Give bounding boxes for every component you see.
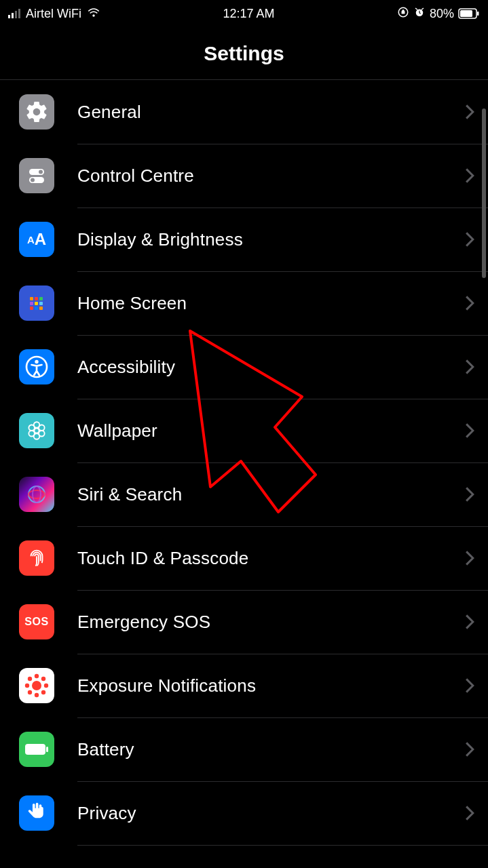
svg-point-27 [29,486,45,502]
chevron-right-icon [464,677,476,694]
row-label: Home Screen [77,293,464,314]
row-display-brightness[interactable]: AA Display & Brightness [0,208,488,271]
chevron-right-icon [464,614,476,630]
clock-label: 12:17 AM [223,7,274,21]
home-screen-icon [19,285,54,321]
svg-point-36 [41,677,45,681]
svg-rect-12 [30,302,33,305]
row-touch-id-passcode[interactable]: Touch ID & Passcode [0,526,488,590]
svg-point-38 [41,690,45,694]
gear-icon [19,94,54,130]
row-label: Display & Brightness [77,229,464,250]
orientation-lock-icon [397,6,409,22]
row-control-centre[interactable]: Control Centre [0,144,488,208]
svg-point-25 [29,431,34,437]
svg-rect-4 [477,12,479,16]
svg-rect-13 [35,302,38,305]
siri-icon [19,477,54,512]
chevron-right-icon [464,167,476,184]
row-label: Privacy [77,803,464,824]
svg-point-29 [33,486,41,502]
hand-icon [19,795,54,831]
svg-point-31 [35,674,39,678]
chevron-right-icon [464,486,476,502]
row-label: Battery [77,739,464,760]
row-privacy[interactable]: Privacy [0,781,488,845]
chevron-right-icon [464,104,476,120]
svg-point-37 [28,690,32,694]
svg-point-35 [28,677,32,681]
carrier-label: Airtel WiFi [26,7,81,21]
svg-rect-14 [39,302,43,305]
row-label: General [77,102,464,123]
flower-icon [19,413,54,448]
battery-icon [458,8,480,19]
svg-point-34 [44,684,48,688]
svg-point-19 [35,360,38,363]
svg-point-30 [32,681,41,690]
svg-point-28 [29,490,45,498]
svg-rect-15 [30,307,33,310]
row-battery[interactable]: Battery [0,717,488,781]
row-general[interactable]: General [0,80,488,144]
accessibility-icon [19,349,54,384]
row-label: Touch ID & Passcode [77,548,464,569]
svg-point-33 [25,684,29,688]
row-accessibility[interactable]: Accessibility [0,335,488,399]
row-siri-search[interactable]: Siri & Search [0,462,488,526]
bottom-bar [0,848,488,868]
svg-rect-3 [460,10,472,17]
svg-rect-17 [39,307,43,310]
chevron-right-icon [464,295,476,311]
svg-rect-9 [30,297,33,300]
cellular-signal-icon [8,9,20,18]
row-label: Accessibility [77,357,464,378]
battery-percent-label: 80% [430,7,454,21]
row-label: Siri & Search [77,484,464,505]
toggles-icon [19,158,54,193]
svg-rect-39 [25,744,45,755]
text-size-icon: AA [19,222,54,257]
row-label: Emergency SOS [77,612,464,633]
row-emergency-sos[interactable]: SOS Emergency SOS [0,590,488,654]
svg-point-8 [31,178,35,182]
svg-rect-40 [46,747,48,752]
svg-point-20 [34,428,39,433]
battery-full-icon [19,732,54,767]
row-home-screen[interactable]: Home Screen [0,271,488,335]
chevron-right-icon [464,741,476,757]
svg-rect-16 [35,307,38,310]
svg-point-6 [39,170,43,174]
wifi-icon [87,5,100,22]
chevron-right-icon [464,550,476,566]
navigation-header: Settings [0,27,488,80]
svg-point-24 [39,425,45,431]
status-bar: Airtel WiFi 12:17 AM 80% [0,0,488,27]
exposure-icon [19,668,54,703]
svg-point-26 [39,431,45,437]
scrollbar[interactable] [482,108,486,278]
chevron-right-icon [464,422,476,439]
row-label: Exposure Notifications [77,675,464,696]
row-label: Control Centre [77,165,464,186]
chevron-right-icon [464,805,476,821]
page-title: Settings [204,42,284,65]
alarm-icon [413,6,426,22]
fingerprint-icon [19,540,54,576]
row-label: Wallpaper [77,420,464,441]
chevron-right-icon [464,359,476,375]
row-wallpaper[interactable]: Wallpaper [0,399,488,462]
chevron-right-icon [464,231,476,248]
svg-point-23 [29,425,34,431]
row-exposure-notifications[interactable]: Exposure Notifications [0,654,488,717]
sos-icon: SOS [19,604,54,639]
settings-list: General Control Centre AA Display & Brig… [0,80,488,845]
svg-point-32 [35,693,39,697]
svg-rect-11 [39,297,43,300]
svg-rect-10 [35,297,38,300]
